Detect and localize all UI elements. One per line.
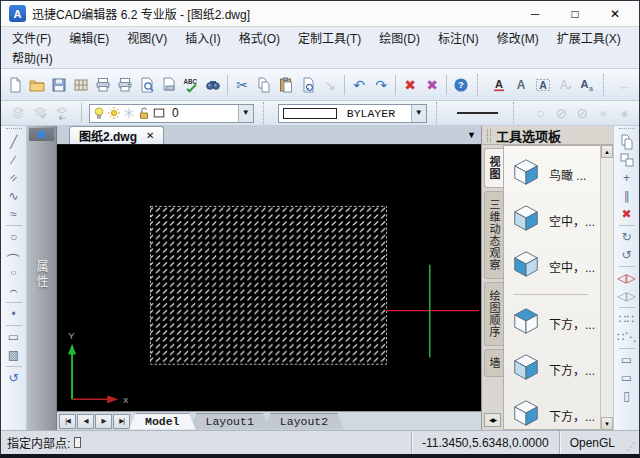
array-path-button[interactable]: ∷⋱	[616, 328, 638, 346]
tab-prev-button[interactable]: ◀	[77, 414, 94, 429]
resize-grip-icon[interactable]: ⋰	[625, 431, 639, 454]
lineweight-sample[interactable]	[457, 112, 498, 114]
palette-item[interactable]: 空中，...	[511, 243, 598, 289]
menu-item[interactable]: 定制工具(T)	[289, 28, 370, 48]
properties-panel-collapsed[interactable]: 属性	[27, 126, 57, 430]
array-button[interactable]: ∷∷	[616, 310, 638, 328]
palette-tab-墙[interactable]: 墙	[484, 349, 503, 377]
tab-list-button[interactable]: ▼	[467, 131, 476, 140]
renderer-display[interactable]: OpenGL	[559, 431, 625, 454]
help-button[interactable]: ?	[450, 73, 472, 97]
menu-item[interactable]: 格式(O)	[230, 28, 289, 48]
scrollbar-track[interactable]	[601, 158, 613, 417]
scroll-up-button[interactable]: ▲	[601, 145, 613, 158]
menu-item[interactable]: 编辑(E)	[60, 28, 118, 48]
menu-item[interactable]: 窗口(W)	[630, 28, 640, 48]
tab-close-icon[interactable]: ✕	[146, 131, 154, 141]
move-button[interactable]: +	[616, 169, 638, 187]
palette-splitter[interactable]: ◀▶	[484, 413, 501, 427]
color-combo[interactable]: BYLAYER ▼	[278, 104, 427, 123]
palette-item[interactable]: 鸟瞰 ...	[511, 151, 598, 197]
paste-button[interactable]	[275, 73, 297, 97]
point-button[interactable]: •	[3, 305, 25, 323]
palette-item[interactable]: 下方，...	[511, 346, 598, 392]
arc-button[interactable]: (	[3, 246, 25, 264]
double-line-button[interactable]: =	[3, 169, 25, 187]
new-file-button[interactable]	[4, 73, 26, 97]
redo-button[interactable]: ↷	[370, 73, 392, 97]
mirror-button[interactable]: ◁▷	[616, 269, 638, 287]
paste-special-button[interactable]	[297, 73, 319, 97]
cut-button[interactable]: ✂	[231, 73, 253, 97]
trim-button[interactable]: ▯	[616, 387, 638, 405]
copy-button[interactable]	[616, 133, 638, 151]
layout-tab-layout1[interactable]: Layout1	[190, 413, 270, 430]
palette-scrollbar[interactable]: ▲ ▼	[600, 145, 613, 430]
text-style-button[interactable]: A	[488, 73, 510, 97]
command-prompt[interactable]: 指定内部点:	[7, 434, 81, 451]
rotate-ref-button[interactable]: ↺	[616, 246, 638, 264]
page-setup-button[interactable]	[158, 73, 180, 97]
single-line-text-button[interactable]: A	[510, 73, 532, 97]
undo-button[interactable]: ↶	[348, 73, 370, 97]
offset-button[interactable]: ∥	[616, 187, 638, 205]
menu-item[interactable]: 帮助(H)	[3, 48, 62, 68]
mirror-gray-button[interactable]: ◁▷	[616, 287, 638, 305]
tab-next-button[interactable]: ▶	[95, 414, 112, 429]
tab-last-button[interactable]: ▶|	[113, 414, 130, 429]
palette-item[interactable]: 下方，...	[511, 392, 598, 430]
palette-tab-视图[interactable]: 视图	[484, 148, 503, 188]
save-as-button[interactable]	[70, 73, 92, 97]
drawing-canvas[interactable]: Y x	[57, 145, 481, 411]
erase-button[interactable]: ✖	[616, 205, 638, 223]
palette-tab-三维动态观察[interactable]: 三维动态观察	[484, 191, 503, 279]
quick-print-button[interactable]	[114, 73, 136, 97]
polyline-button[interactable]: ∿	[3, 187, 25, 205]
maximize-button[interactable]: □	[555, 2, 595, 26]
multiline-text-button[interactable]: A	[532, 73, 554, 97]
ellipse-arc-button[interactable]: (	[3, 282, 25, 300]
copy-base-button[interactable]	[616, 151, 638, 169]
delete-button[interactable]: ✖	[399, 73, 421, 97]
document-tab[interactable]: 图纸2.dwg ✕	[69, 126, 164, 144]
properties-panel-label[interactable]: 属性	[33, 260, 50, 290]
hatch-button[interactable]: ▨	[3, 346, 25, 364]
purge-button[interactable]: ✖	[421, 73, 443, 97]
circle-button[interactable]: ○	[3, 228, 25, 246]
close-button[interactable]: ✕	[595, 2, 635, 26]
tab-first-button[interactable]: |◀	[59, 414, 76, 429]
copy-button[interactable]	[253, 73, 275, 97]
scale-button[interactable]: ▭	[616, 351, 638, 369]
rectangle-button[interactable]: ▭	[3, 328, 25, 346]
menu-item[interactable]: 扩展工具(X)	[548, 28, 630, 48]
scale-text-button[interactable]: Aa	[576, 73, 598, 97]
layer-combo-arrow[interactable]: ▼	[238, 105, 253, 122]
scroll-down-button[interactable]: ▼	[601, 417, 613, 430]
spell-check-button[interactable]: ABC	[180, 73, 202, 97]
print-button[interactable]	[92, 73, 114, 97]
menu-item[interactable]: 修改(M)	[488, 28, 548, 48]
find-button[interactable]	[202, 73, 224, 97]
layout-tab-layout2[interactable]: Layout2	[264, 413, 344, 430]
construction-line-button[interactable]: ∕	[3, 151, 25, 169]
rotate-button[interactable]: ↻	[616, 228, 638, 246]
tool-palette-header[interactable]: 工具选项板	[482, 126, 613, 145]
palette-item[interactable]: 下方，...	[511, 300, 598, 346]
minimize-button[interactable]: ─	[515, 2, 555, 26]
menu-item[interactable]: 标注(N)	[429, 28, 488, 48]
menu-item[interactable]: 插入(I)	[176, 28, 229, 48]
print-preview-button[interactable]	[136, 73, 158, 97]
line-button[interactable]: ╱	[3, 133, 25, 151]
menu-item[interactable]: 视图(V)	[118, 28, 176, 48]
stretch-button[interactable]: ▭	[616, 369, 638, 387]
region-button[interactable]: ↺	[3, 369, 25, 387]
layer-combo[interactable]: 0 ▼	[89, 104, 254, 123]
palette-tab-绘图顺序[interactable]: 绘图顺序	[484, 282, 503, 346]
spline-button[interactable]: ≈	[3, 205, 25, 223]
color-combo-arrow[interactable]: ▼	[411, 105, 426, 122]
ellipse-button[interactable]: ○	[3, 264, 25, 282]
menu-item[interactable]: 绘图(D)	[370, 28, 429, 48]
palette-item[interactable]: 空中，...	[511, 197, 598, 243]
layout-tab-model[interactable]: Model	[129, 413, 196, 430]
open-folder-button[interactable]	[26, 73, 48, 97]
